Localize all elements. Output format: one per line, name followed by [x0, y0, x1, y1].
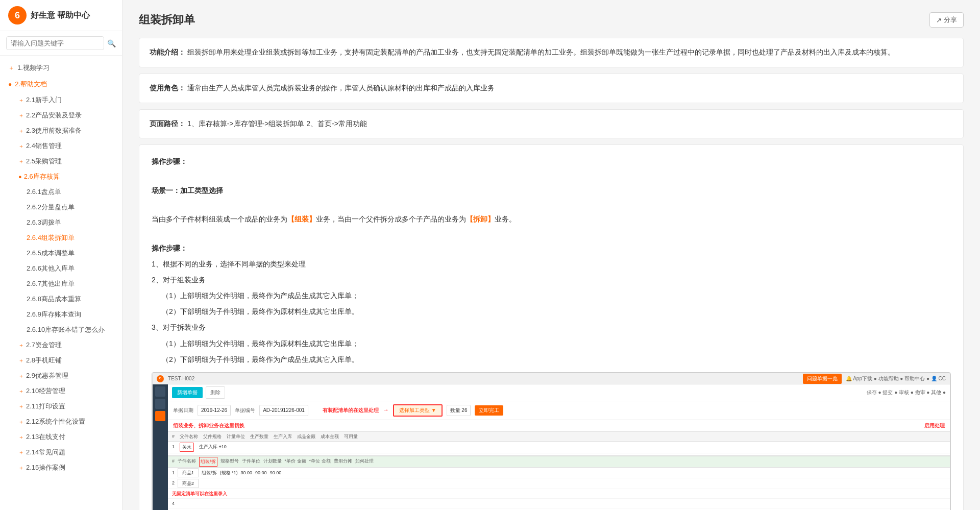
- plus-icon-2-3: ＋: [18, 127, 24, 135]
- lower-table-header: # 子件名称 组装/拆 规格型号 子件单位 计划数量 *单价 金额 *单位 金额…: [168, 455, 950, 467]
- steps-container: 操作步骤： 场景一：加工类型选择 当由多个子件材料组装成一个成品的业务为【组装】…: [139, 144, 964, 510]
- screenshot-container: 6 TEST-H002 问题单据一览 🔔 App下载 ● 功能帮助 ● 帮助中心…: [152, 372, 951, 510]
- sidebar-item-2-6-4[interactable]: 2.6.4组装拆卸单: [22, 230, 122, 246]
- app-logo-small: 6: [157, 375, 164, 382]
- step2-2: （2）下部明细为子件明细，最终作为原材料生成其它出库单。: [152, 305, 951, 318]
- plus-icon: ＋: [8, 64, 14, 72]
- sidebar-item-2-3[interactable]: ＋ 2.3使用前数据准备: [14, 123, 122, 138]
- annotation-1: 有装配清单的在这里处理: [323, 406, 379, 415]
- sidebar-item-2-11[interactable]: ＋ 2.11打印设置: [14, 399, 122, 414]
- annotation-subtype: 组装/拆: [199, 457, 217, 466]
- steps-header: 操作步骤：: [152, 155, 951, 168]
- sidebar-item-2-6-10[interactable]: 2.6.10库存账本错了怎么办: [22, 322, 122, 337]
- step3-2: （2）下部明细为子件明细，最终作为产成品生成其它入库单。: [152, 353, 951, 366]
- strip-icon-1: [155, 386, 165, 397]
- plus-icon-2-13: ＋: [18, 433, 24, 441]
- app-title: 好生意 帮助中心: [31, 10, 90, 21]
- form-count: 数量 26: [447, 405, 471, 416]
- sidebar-item-2-1[interactable]: ＋ 2.1新手入门: [14, 92, 122, 108]
- nav-tree: ＋ 1.视频学习 ● 2.帮助文档 ＋ 2.1新手入门 ＋ 2.2产品安装及登录…: [0, 56, 122, 510]
- sidebar-item-2-15[interactable]: ＋ 2.15操作案例: [14, 460, 122, 475]
- page-path-text: 1、库存核算->库存管理->组装拆卸单 2、首页->常用功能: [187, 119, 367, 128]
- app-id: TEST-H002: [168, 374, 194, 383]
- sidebar-item-2-9[interactable]: ＋ 2.9优惠券管理: [14, 368, 122, 383]
- upper-table-row-1: 1 关木 生产入库 +10: [168, 442, 950, 453]
- sidebar-item-2-6[interactable]: ● 2.6库存核算: [14, 169, 122, 184]
- scene1-title: 场景一：加工类型选择: [152, 184, 951, 197]
- page-header: 组装拆卸单 ↗ 分享: [139, 12, 964, 28]
- plus-icon-2-8: ＋: [18, 357, 24, 365]
- lower-table-row-2: 2 商品2: [168, 478, 950, 489]
- app-other-actions: 保存 ● 提交 ● 审核 ● 撤审 ● 其他 ●: [867, 388, 946, 397]
- app-screenshot: 6 TEST-H002 问题单据一览 🔔 App下载 ● 功能帮助 ● 帮助中心…: [152, 373, 950, 510]
- sidebar-item-video[interactable]: ＋ 1.视频学习: [0, 60, 122, 76]
- sidebar-item-2-4[interactable]: ＋ 2.4销售管理: [14, 138, 122, 154]
- annotation-arrow-1: →: [383, 405, 389, 416]
- step3: 3、对于拆装业务: [152, 321, 951, 334]
- sidebar-item-2-6-3[interactable]: 2.6.3调拨单: [22, 215, 122, 230]
- sidebar-item-2-2[interactable]: ＋ 2.2产品安装及登录: [14, 108, 122, 123]
- app-left-strip: [153, 384, 168, 510]
- step2-1: （1）上部明细为父件明细，最终作为产成品生成其它入库单；: [152, 289, 951, 302]
- annotation-3: 启用处理: [924, 421, 945, 430]
- app-form-area: 单据日期 2019-12-26 单据编号 AD-20191226-001 有装配…: [168, 401, 950, 420]
- plus-icon-2-9: ＋: [18, 372, 24, 380]
- plus-icon-2-10: ＋: [18, 387, 24, 395]
- app-toolbar: 新增单据 删除 保存 ● 提交 ● 审核 ● 撤审 ● 其他 ●: [168, 384, 950, 401]
- sidebar-item-2-8[interactable]: ＋ 2.8手机旺铺: [14, 353, 122, 368]
- plus-icon-2-14: ＋: [18, 449, 24, 456]
- role-intro-text: 通常由生产人员或库管人员完成拆装业务的操作，库管人员确认原材料的出库和产成品的入…: [187, 84, 495, 92]
- sidebar-item-2-5[interactable]: ＋ 2.5采购管理: [14, 154, 122, 169]
- plus-icon-2-5: ＋: [18, 158, 24, 165]
- sidebar-header: 6 好生意 帮助中心: [0, 0, 122, 31]
- search-input[interactable]: [6, 36, 104, 50]
- tab-new[interactable]: 新增单据: [172, 387, 203, 398]
- sidebar-item-2-6-5[interactable]: 2.6.5成本调整单: [22, 246, 122, 261]
- function-intro-text: 组装拆卸单用来处理企业组装或拆卸等加工业务，支持有固定装配清单的产品加工业务，也…: [187, 48, 895, 56]
- parent-item-name: 关木: [180, 443, 194, 452]
- function-intro-label: 功能介绍：: [150, 48, 185, 56]
- form-date-value: 2019-12-26: [198, 405, 231, 416]
- plus-icon-2-7: ＋: [18, 342, 24, 349]
- form-submit-btn[interactable]: 立即完工: [475, 405, 503, 416]
- sidebar-item-2-14[interactable]: ＋ 2.14常见问题: [14, 445, 122, 460]
- share-icon: ↗: [936, 16, 942, 24]
- sidebar-item-2-6-6[interactable]: 2.6.6其他入库单: [22, 261, 122, 276]
- app-main-area: 新增单据 删除 保存 ● 提交 ● 审核 ● 撤审 ● 其他 ● 单据日期 20…: [168, 384, 950, 510]
- sidebar-item-2-7[interactable]: ＋ 2.7资金管理: [14, 337, 122, 353]
- app-system-bar: 6 TEST-H002 问题单据一览 🔔 App下载 ● 功能帮助 ● 帮助中心…: [153, 373, 950, 384]
- page-path-label: 页面路径：: [150, 119, 185, 128]
- sidebar-item-2-6-9[interactable]: 2.6.9库存账本查询: [22, 307, 122, 322]
- sidebar-item-2-6-8[interactable]: 2.6.8商品成本重算: [22, 292, 122, 307]
- step1: 1、根据不同的业务，选择不同单据的类型来处理: [152, 258, 951, 271]
- sidebar-item-2-6-1[interactable]: 2.6.1盘点单: [22, 184, 122, 200]
- main-content: 组装拆卸单 ↗ 分享 功能介绍： 组装拆卸单用来处理企业组装或拆卸等加工业务，支…: [122, 0, 980, 510]
- sidebar-item-docs[interactable]: ● 2.帮助文档: [0, 76, 122, 92]
- search-icon[interactable]: 🔍: [107, 39, 116, 47]
- annotation-4-row: 无固定清单可以在这里录入: [168, 489, 950, 499]
- lower-table-row-1: 1 商品1 组装/拆 (规格 *1) 30.00 90.00 90.00: [168, 468, 950, 478]
- minus-icon-2-6: ●: [18, 174, 22, 180]
- sidebar-item-2-6-2[interactable]: 2.6.2分量盘点单: [22, 200, 122, 215]
- upper-table-header: # 父件名称 父件规格 计量单位 生产数量 生产入库 成品金额 成本金额 可用量: [168, 432, 950, 442]
- logo-icon: 6: [8, 6, 27, 25]
- plus-icon-2-12: ＋: [18, 418, 24, 426]
- steps-sub-label: 操作步骤：: [152, 242, 951, 255]
- sidebar-item-2-13[interactable]: ＋ 2.13在线支付: [14, 429, 122, 445]
- sidebar-item-2-6-7[interactable]: 2.6.7其他出库单: [22, 276, 122, 292]
- topbar-btn: 问题单据一览: [803, 374, 842, 384]
- sidebar-subsections: ＋ 2.1新手入门 ＋ 2.2产品安装及登录 ＋ 2.3使用前数据准备 ＋ 2.…: [0, 92, 122, 475]
- share-button[interactable]: ↗ 分享: [929, 12, 964, 28]
- form-num-value: AD-20191226-001: [259, 405, 308, 416]
- sidebar-item-2-12[interactable]: ＋ 2.12系统个性化设置: [14, 414, 122, 429]
- sidebar: 6 好生意 帮助中心 🔍 ＋ 1.视频学习 ● 2.帮助文档 ＋ 2.1新手入门…: [0, 0, 122, 510]
- annotation-2: 组装业务、拆卸业务在这里切换: [173, 421, 244, 430]
- strip-icon-3: [155, 411, 165, 421]
- form-type-select[interactable]: 选择加工类型 ▼: [393, 404, 443, 417]
- sidebar-warehouse-items: 2.6.1盘点单 2.6.2分量盘点单 2.6.3调拨单 2.6.4组装拆卸单 …: [14, 184, 122, 337]
- search-box: 🔍: [0, 31, 122, 56]
- plus-icon-2-4: ＋: [18, 142, 24, 150]
- sidebar-item-2-10[interactable]: ＋ 2.10经营管理: [14, 383, 122, 399]
- form-date-label: 单据日期: [173, 406, 193, 415]
- tab-delete[interactable]: 删除: [206, 386, 225, 399]
